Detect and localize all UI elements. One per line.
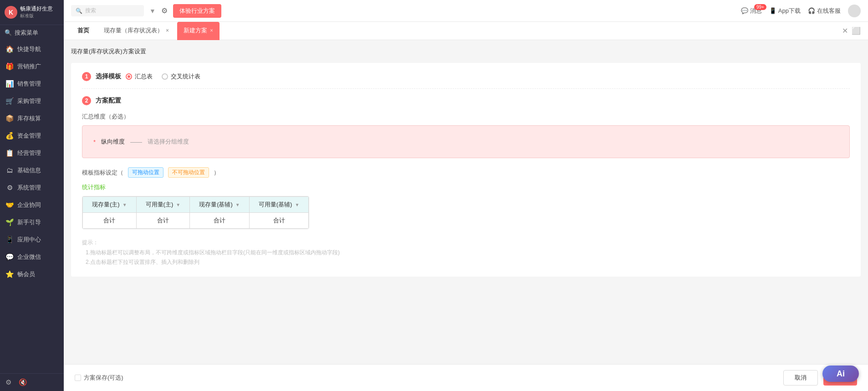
- purchase-icon: 🛒: [5, 97, 14, 105]
- online-service-area[interactable]: 🎧 在线客服: [808, 7, 841, 15]
- stat-table: 现存量(主) ▼ 可用量(主) ▼: [82, 196, 309, 229]
- sales-icon: 📊: [5, 80, 14, 88]
- ai-button[interactable]: Ai: [822, 365, 859, 382]
- sidebar-item-basic-info[interactable]: 🗂 基础信息: [0, 162, 64, 179]
- tab-new-scheme-close[interactable]: ×: [210, 27, 213, 34]
- sidebar-item-sales[interactable]: 📊 销售管理: [0, 75, 64, 93]
- divider1: [82, 88, 850, 89]
- quick-nav-icon: 🏠: [5, 45, 14, 53]
- sidebar-item-quick-nav[interactable]: 🏠 快捷导航: [0, 41, 64, 58]
- step1-title: 选择模板: [96, 72, 121, 81]
- topbar-right: 💬 消息 99+ 📱 App下载 🎧 在线客服: [741, 5, 861, 17]
- maximize-window-icon[interactable]: ⬜: [852, 26, 861, 35]
- col-header-1[interactable]: 可用量(主) ▼: [136, 197, 190, 213]
- app-download-area[interactable]: 📱 App下载: [769, 7, 801, 15]
- sidebar-item-label: 快捷导航: [17, 45, 41, 53]
- sidebar-item-label: 经营管理: [17, 149, 41, 157]
- ai-label: Ai: [837, 369, 845, 379]
- message-icon: 💬: [741, 7, 748, 14]
- tabs-bar: 首页 现存量（库存状况表） × 新建方案 × ✕ ⬜: [64, 22, 868, 40]
- footer-bar: 方案保存(可选) 取消 查询: [64, 364, 868, 391]
- trial-button[interactable]: 体验行业方案: [173, 4, 221, 18]
- col-3-chevron: ▼: [295, 202, 299, 207]
- close-window-icon[interactable]: ✕: [842, 26, 848, 35]
- app-tag: 标准版: [20, 13, 53, 19]
- cancel-button[interactable]: 取消: [783, 370, 818, 386]
- tab-new-scheme[interactable]: 新建方案 ×: [177, 22, 220, 40]
- sidebar-item-app-center[interactable]: 📱 应用中心: [0, 231, 64, 248]
- basic-info-icon: 🗂: [5, 166, 14, 174]
- system-icon: ⚙: [5, 184, 14, 192]
- tips-section: 提示： 1.拖动标题栏可以调整布局，不可跨维度或指标区域拖动栏目字段(只能在同一…: [82, 238, 850, 268]
- sidebar-item-enterprise[interactable]: 🤝 企业协同: [0, 196, 64, 214]
- tab-home[interactable]: 首页: [71, 22, 96, 40]
- topbar-search-placeholder: 搜索: [85, 7, 96, 15]
- dimension-required: *: [93, 139, 96, 145]
- tab-inventory-status[interactable]: 现存量（库存状况表） ×: [97, 22, 175, 40]
- col-header-0[interactable]: 现存量(主) ▼: [83, 197, 137, 213]
- cell-0-sublabel: 合计: [83, 213, 137, 229]
- sidebar-search[interactable]: 🔍 搜索菜单: [0, 25, 64, 41]
- topbar-dropdown-icon[interactable]: ▼: [149, 7, 156, 15]
- sidebar-item-wechat[interactable]: 💬 企业微信: [0, 248, 64, 266]
- draggable-tag: 可拖动位置: [128, 167, 163, 178]
- main: 🔍 搜索 ▼ ⚙ 体验行业方案 💬 消息 99+ 📱 App下载 🎧 在线客服: [64, 0, 868, 391]
- topbar-search-icon: 🔍: [76, 8, 82, 14]
- step1-header: 1 选择模板 汇总表 交叉统计表: [82, 72, 850, 81]
- tab-inventory-close[interactable]: ×: [166, 27, 169, 34]
- app-download-label: App下载: [778, 7, 801, 15]
- radio-cross-circle: [162, 73, 168, 80]
- sidebar-logo: K 畅康通好生意 标准版: [0, 0, 64, 25]
- sidebar-item-label: 销售管理: [17, 80, 41, 88]
- sidebar-item-purchase[interactable]: 🛒 采购管理: [0, 93, 64, 110]
- save-scheme-checkbox[interactable]: [75, 375, 81, 381]
- tab-home-label: 首页: [77, 26, 89, 35]
- step1-number: 1: [82, 72, 91, 81]
- col-header-2[interactable]: 现存量(基辅) ▼: [190, 197, 250, 213]
- radio-summary-circle: [126, 73, 132, 80]
- topbar-search-box[interactable]: 🔍 搜索: [71, 5, 144, 16]
- messages-count: 99+: [754, 4, 766, 10]
- stat-table-wrapper: 现存量(主) ▼ 可用量(主) ▼: [82, 196, 309, 229]
- col-0-label: 现存量(主): [92, 201, 120, 209]
- col-header-3[interactable]: 可用量(基辅) ▼: [249, 197, 309, 213]
- indicator-label: 模板指标设定（ 可拖动位置 不可拖动位置 ）: [82, 167, 850, 178]
- step2-header: 2 方案配置: [82, 96, 850, 105]
- stat-table-title: 统计指标: [82, 183, 850, 191]
- sidebar-nav: 🏠 快捷导航 🎁 营销推广 📊 销售管理 🛒 采购管理 📦 库存核算 💰 资金管…: [0, 41, 64, 373]
- sidebar-item-operations[interactable]: 📋 经营管理: [0, 144, 64, 162]
- save-scheme-label[interactable]: 方案保存(可选): [75, 374, 123, 382]
- col-2-label: 现存量(基辅): [199, 201, 233, 209]
- topbar-settings-icon[interactable]: ⚙: [161, 6, 168, 15]
- tab-inventory-label: 现存量（库存状况表）: [104, 26, 163, 35]
- dimension-box[interactable]: * 纵向维度 —— 请选择分组维度: [82, 125, 850, 158]
- sidebar-item-marketing[interactable]: 🎁 营销推广: [0, 58, 64, 75]
- sidebar-item-label: 企业协同: [17, 201, 41, 209]
- sidebar-item-label: 畅会员: [17, 270, 35, 278]
- user-avatar[interactable]: [848, 5, 861, 17]
- radio-summary[interactable]: 汇总表: [126, 72, 153, 81]
- sidebar-item-finance[interactable]: 💰 资金管理: [0, 127, 64, 144]
- messages-badge-area[interactable]: 💬 消息 99+: [741, 7, 762, 15]
- app-center-icon: 📱: [5, 236, 14, 244]
- sidebar-item-label: 新手引导: [17, 218, 41, 226]
- search-label: 搜索菜单: [15, 29, 38, 37]
- search-icon: 🔍: [5, 29, 12, 36]
- headset-icon: 🎧: [808, 7, 815, 14]
- sidebar-item-label: 库存核算: [17, 114, 41, 123]
- sidebar-item-newbie[interactable]: 🌱 新手引导: [0, 214, 64, 231]
- cell-1-sublabel: 合计: [136, 213, 190, 229]
- radio-cross[interactable]: 交叉统计表: [162, 72, 200, 81]
- audio-footer-icon[interactable]: 🔇: [19, 378, 27, 386]
- step2-title: 方案配置: [96, 97, 121, 105]
- sidebar-item-inventory[interactable]: 📦 库存核算: [0, 110, 64, 127]
- sidebar-item-label: 系统管理: [17, 184, 41, 192]
- tips-label: 提示：: [82, 239, 98, 246]
- sidebar-item-label: 应用中心: [17, 236, 41, 244]
- sidebar-item-member[interactable]: ⭐ 畅会员: [0, 266, 64, 283]
- phone-icon: 📱: [769, 7, 776, 14]
- logo-icon: K: [5, 6, 17, 19]
- settings-footer-icon[interactable]: ⚙: [5, 378, 11, 386]
- sidebar-item-system[interactable]: ⚙ 系统管理: [0, 179, 64, 196]
- radio-cross-label: 交叉统计表: [171, 72, 200, 81]
